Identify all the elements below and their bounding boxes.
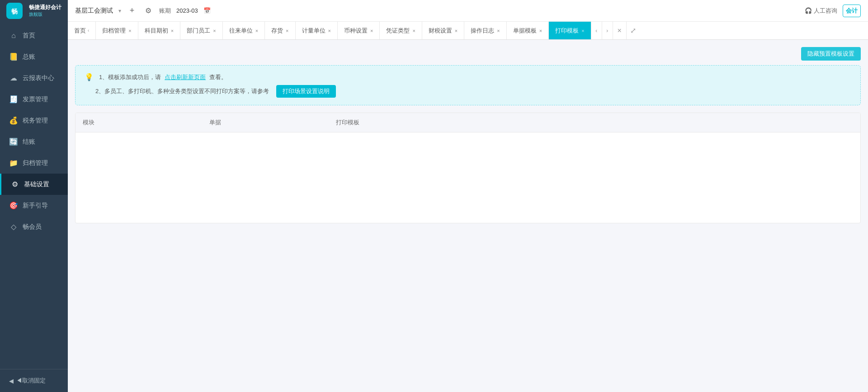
tab-unit[interactable]: 计量单位 × [296, 22, 338, 40]
tab-print-label: 打印模板 [555, 27, 579, 35]
tab-department[interactable]: 部门员工 × [180, 22, 222, 40]
logo-text: 畅捷通好会计 旗舰版 [29, 4, 61, 18]
archive-icon: 📁 [9, 159, 18, 167]
info-row-1: 💡 1、模板添加成功后，请 点击刷新新页面 查看。 [85, 73, 851, 81]
info-line1-prefix: 1、模板添加成功后，请 [99, 73, 161, 81]
tab-period[interactable]: 科目期初 × [138, 22, 180, 40]
tab-inventory-label: 存货 [271, 27, 283, 35]
tab-archive-close[interactable]: × [128, 28, 131, 33]
table-body-empty [75, 132, 860, 223]
info-content: 💡 1、模板添加成功后，请 点击刷新新页面 查看。 2、多员工、多打印机、多种业… [85, 73, 851, 98]
info-row-2: 2、多员工、多打印机、多种业务类型设置不同打印方案等，请参考 打印场景设置说明 [85, 85, 851, 98]
tab-oplog[interactable]: 操作日志 × [464, 22, 506, 40]
add-icon[interactable]: + [127, 5, 137, 16]
tax-icon: 💰 [9, 116, 18, 125]
tab-next-button[interactable]: › [602, 22, 613, 40]
tab-department-label: 部门员工 [187, 27, 210, 35]
tab-bar: 首页 ‹ 归档管理 × 科目期初 × 部门员工 × 往来单位 × [68, 22, 868, 40]
bulb-icon: 💡 [85, 73, 94, 81]
tab-voucher[interactable]: 凭证类型 × [380, 22, 422, 40]
company-dropdown[interactable]: ▾ [118, 8, 121, 14]
sidebar-item-checkout[interactable]: 🔄 结账 [0, 131, 68, 152]
tab-voucher-close[interactable]: × [412, 28, 415, 33]
tab-currency-close[interactable]: × [370, 28, 373, 33]
top-header: 畅 畅捷通好会计 旗舰版 基层工会测试 ▾ + ⚙ 账期 2023-03 📅 🎧… [0, 0, 868, 22]
tab-single[interactable]: 单据模板 × [507, 22, 549, 40]
tab-print[interactable]: 打印模板 × [549, 22, 591, 40]
table-header: 模块 单据 打印模板 [75, 113, 860, 132]
tab-print-close[interactable]: × [581, 28, 584, 33]
hide-template-button[interactable]: 隐藏预置模板设置 [801, 47, 861, 61]
tab-voucher-label: 凭证类型 [386, 27, 410, 35]
period-value: 2023-03 [176, 7, 198, 14]
tab-archive[interactable]: 归档管理 × [96, 22, 138, 40]
service-button[interactable]: 🎧 人工咨询 [805, 7, 837, 15]
sidebar-label-reports: 云报表中心 [23, 74, 54, 82]
tab-supplier-close[interactable]: × [255, 28, 258, 33]
tab-unit-close[interactable]: × [328, 28, 331, 33]
tab-oplog-close[interactable]: × [497, 28, 500, 33]
tab-tax-settings-close[interactable]: × [455, 28, 458, 33]
tab-period-close[interactable]: × [171, 28, 174, 33]
tab-supplier[interactable]: 往来单位 × [223, 22, 265, 40]
sidebar-label-tax: 税务管理 [23, 117, 48, 125]
col-module-header: 模块 [75, 113, 202, 132]
sidebar-label-checkout: 结账 [23, 138, 35, 146]
tab-expand-button[interactable]: ⤢ [627, 22, 640, 40]
tab-currency-label: 币种设置 [344, 27, 368, 35]
tab-single-label: 单据模板 [513, 27, 537, 35]
unpin-button[interactable]: ◀ ◀取消固定 [0, 369, 68, 392]
sidebar: ⌂ 首页 📒 总账 ☁ 云报表中心 🧾 发票管理 💰 税务管理 [0, 22, 68, 392]
col-doc-header: 单据 [202, 113, 329, 132]
unpin-icon: ◀ [9, 378, 14, 384]
header-center: 基层工会测试 ▾ + ⚙ 账期 2023-03 📅 [68, 5, 805, 16]
sidebar-item-home[interactable]: ⌂ 首页 [0, 25, 68, 46]
sidebar-item-guide[interactable]: 🎯 新手引导 [0, 195, 68, 216]
company-name: 基层工会测试 [75, 7, 113, 15]
guide-icon: 🎯 [9, 201, 18, 210]
info-line1-suffix: 查看。 [209, 73, 227, 81]
settings-icon[interactable]: ⚙ [143, 5, 154, 16]
tab-home[interactable]: 首页 ‹ [68, 22, 96, 40]
tab-inventory-close[interactable]: × [286, 28, 288, 33]
sidebar-label-home: 首页 [23, 32, 35, 40]
tab-home-arrow: ‹ [88, 28, 89, 33]
sidebar-item-reports[interactable]: ☁ 云报表中心 [0, 67, 68, 89]
tab-currency[interactable]: 币种设置 × [338, 22, 380, 40]
home-icon: ⌂ [9, 32, 18, 40]
svg-text:畅: 畅 [11, 8, 18, 15]
refresh-link[interactable]: 点击刷新新页面 [165, 73, 206, 81]
sidebar-item-invoice[interactable]: 🧾 发票管理 [0, 89, 68, 110]
page-content: 隐藏预置模板设置 💡 1、模板添加成功后，请 点击刷新新页面 查看。 [68, 40, 868, 392]
checkout-icon: 🔄 [9, 137, 18, 146]
explain-button[interactable]: 打印场景设置说明 [276, 85, 336, 98]
headset-icon: 🎧 [805, 7, 812, 14]
calendar-icon[interactable]: 📅 [203, 7, 211, 14]
tab-single-close[interactable]: × [539, 28, 542, 33]
sidebar-nav: ⌂ 首页 📒 总账 ☁ 云报表中心 🧾 发票管理 💰 税务管理 [0, 22, 68, 369]
tab-period-label: 科目期初 [145, 27, 168, 35]
tab-home-label: 首页 [74, 27, 86, 35]
page-wrapper: 隐藏预置模板设置 💡 1、模板添加成功后，请 点击刷新新页面 查看。 [75, 47, 861, 223]
basic-settings-icon: ⚙ [10, 180, 19, 189]
header-right: 🎧 人工咨询 会计 [805, 5, 861, 17]
sidebar-item-member[interactable]: ◇ 畅会员 [0, 216, 68, 237]
sidebar-label-member: 畅会员 [23, 223, 42, 231]
content-pane: 首页 ‹ 归档管理 × 科目期初 × 部门员工 × 往来单位 × [68, 22, 868, 392]
tab-tax-settings[interactable]: 财税设置 × [422, 22, 464, 40]
logo-icon: 畅 [6, 3, 23, 19]
sidebar-item-settings[interactable]: ⚙ 基础设置 [0, 174, 68, 195]
tab-inventory[interactable]: 存货 × [265, 22, 295, 40]
period-label: 账期 [159, 7, 171, 15]
service-label: 人工咨询 [814, 7, 837, 15]
app-sub: 旗舰版 [29, 11, 61, 18]
cloud-icon: ☁ [9, 74, 18, 82]
hide-btn-row: 隐藏预置模板设置 [75, 47, 861, 61]
sidebar-item-archive[interactable]: 📁 归档管理 [0, 152, 68, 174]
tab-department-close[interactable]: × [213, 28, 216, 33]
tab-prev-button[interactable]: ‹ [591, 22, 602, 40]
sidebar-item-ledger[interactable]: 📒 总账 [0, 46, 68, 67]
kuaiji-button[interactable]: 会计 [843, 5, 861, 17]
tab-close-all-button[interactable]: × [613, 22, 627, 40]
sidebar-item-tax[interactable]: 💰 税务管理 [0, 110, 68, 131]
